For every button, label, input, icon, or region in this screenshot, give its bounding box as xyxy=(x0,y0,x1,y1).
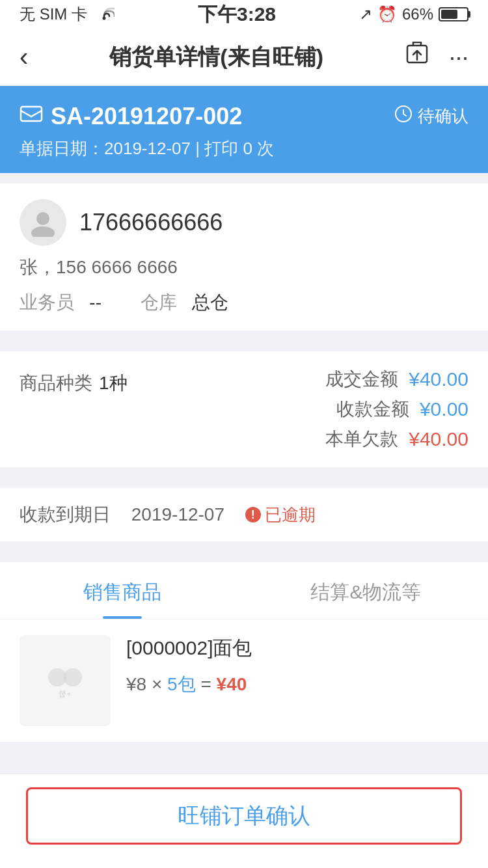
battery-icon xyxy=(439,7,468,21)
owed-amount-row: 本单欠款 ¥40.00 xyxy=(325,427,468,452)
status-bar: 无 SIM 卡 下午3:28 ↗ ⏰ 66% xyxy=(0,0,488,29)
bottom-bar: 旺铺订单确认 xyxy=(0,774,488,868)
amounts-section: 成交金额 ¥40.00 收款金额 ¥0.00 本单欠款 ¥40.00 xyxy=(325,367,468,452)
status-right: ↗ ⏰ 66% xyxy=(359,5,468,23)
svg-point-0 xyxy=(103,17,106,20)
product-type-field: 商品种类 1种 xyxy=(20,367,325,396)
order-id-row: SA-20191207-002 待确认 xyxy=(20,102,468,131)
quantity-highlight: 5包 xyxy=(167,674,196,694)
salesperson-field: 业务员 -- xyxy=(20,290,102,315)
warehouse-value: 总仓 xyxy=(192,292,228,312)
battery-percent: 66% xyxy=(402,5,433,23)
order-status: 待确认 xyxy=(394,105,468,128)
divider-3 xyxy=(0,478,488,488)
carrier-text: 无 SIM 卡 xyxy=(20,4,87,25)
customer-meta: 业务员 -- 仓库 总仓 xyxy=(20,290,468,315)
svg-rect-2 xyxy=(21,107,42,121)
customer-phone: 17666666666 xyxy=(79,209,223,236)
customer-name: 张，156 6666 6666 xyxy=(20,255,468,280)
avatar xyxy=(20,199,66,246)
due-date-value: 2019-12-07 xyxy=(131,504,224,525)
time-display: 下午3:28 xyxy=(198,1,276,28)
product-type-value: 1种 xyxy=(99,371,128,396)
svg-text:督+: 督+ xyxy=(59,690,71,699)
svg-point-5 xyxy=(31,226,55,237)
due-section: 收款到期日 2019-12-07 ! 已逾期 xyxy=(0,488,488,541)
svg-point-4 xyxy=(36,212,49,225)
wifi-icon xyxy=(94,5,115,24)
alarm-icon: ⏰ xyxy=(377,5,397,23)
equals-sign: = xyxy=(200,674,216,694)
divider-1 xyxy=(0,173,488,183)
received-amount-value: ¥0.00 xyxy=(420,398,468,420)
due-date-label: 收款到期日 xyxy=(20,502,111,527)
product-name: [0000002]面包 xyxy=(126,635,468,662)
order-icon xyxy=(20,102,43,131)
tabs-container: 销售商品 结算&物流等 xyxy=(0,562,488,619)
price-base: ¥8 × xyxy=(126,674,167,694)
received-amount-label: 收款金额 xyxy=(336,397,409,422)
warehouse-field: 仓库 总仓 xyxy=(141,290,228,315)
deal-amount-value: ¥40.00 xyxy=(409,368,468,390)
price-total: ¥40 xyxy=(217,674,247,694)
tab-sales-products[interactable]: 销售商品 xyxy=(0,562,244,619)
share-button[interactable] xyxy=(405,42,429,72)
overdue-text: 已逾期 xyxy=(265,504,316,526)
warehouse-label: 仓库 xyxy=(141,292,177,312)
page-title: 销货单详情(来自旺铺) xyxy=(109,42,323,72)
owed-amount-label: 本单欠款 xyxy=(325,427,398,452)
nav-actions: ··· xyxy=(405,42,468,72)
product-item: 督+ [0000002]面包 ¥8 × 5包 = ¥40 xyxy=(0,619,488,742)
location-icon: ↗ xyxy=(359,5,372,23)
svg-point-7 xyxy=(64,668,82,686)
nav-bar: ‹ 销货单详情(来自旺铺) ··· xyxy=(0,29,488,86)
divider-4 xyxy=(0,552,488,562)
received-amount-row: 收款金额 ¥0.00 xyxy=(336,397,468,422)
order-date: 单据日期：2019-12-07 | 打印 0 次 xyxy=(20,137,468,160)
product-type-label: 商品种类 xyxy=(20,371,92,396)
customer-section: 17666666666 张，156 6666 6666 业务员 -- 仓库 总仓 xyxy=(0,183,488,331)
product-info: [0000002]面包 ¥8 × 5包 = ¥40 xyxy=(126,635,468,697)
product-thumbnail: 督+ xyxy=(20,635,111,726)
product-price-formula: ¥8 × 5包 = ¥40 xyxy=(126,672,468,697)
clock-icon xyxy=(394,105,413,128)
deal-amount-row: 成交金额 ¥40.00 xyxy=(325,367,468,392)
tab-settlement[interactable]: 结算&物流等 xyxy=(244,562,488,619)
status-left: 无 SIM 卡 xyxy=(20,4,115,25)
order-id: SA-20191207-002 xyxy=(20,102,242,131)
confirm-order-button[interactable]: 旺铺订单确认 xyxy=(26,787,462,845)
deal-amount-label: 成交金额 xyxy=(325,367,398,392)
customer-top: 17666666666 xyxy=(20,199,468,246)
overdue-badge: ! 已逾期 xyxy=(245,504,316,526)
more-button[interactable]: ··· xyxy=(449,44,468,71)
summary-section: 商品种类 1种 成交金额 ¥40.00 收款金额 ¥0.00 本单欠款 ¥40.… xyxy=(0,351,488,467)
divider-2 xyxy=(0,341,488,351)
back-button[interactable]: ‹ xyxy=(20,42,28,72)
svg-point-6 xyxy=(48,668,66,686)
owed-amount-value: ¥40.00 xyxy=(409,428,468,450)
order-header: SA-20191207-002 待确认 单据日期：2019-12-07 | 打印… xyxy=(0,86,488,173)
overdue-dot-icon: ! xyxy=(245,507,261,522)
salesperson-label: 业务员 xyxy=(20,292,74,312)
salesperson-value: -- xyxy=(89,292,102,312)
